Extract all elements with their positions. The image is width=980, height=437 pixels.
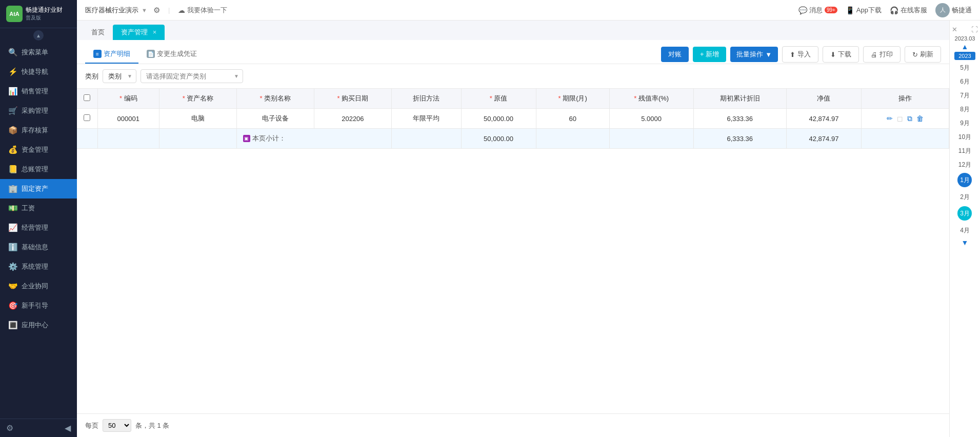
month-item[interactable]: 12月 [952,158,977,172]
scroll-down-arrow[interactable]: ▼ [962,239,969,247]
right-panel-header: ✕ ⛶ [950,25,980,34]
month-item[interactable]: 6月 [952,75,977,89]
download-btn[interactable]: ⬇ 下载 [823,46,859,63]
user-menu[interactable]: 人 畅捷通 [935,3,972,17]
collapse-icon[interactable]: ◀ [65,423,71,433]
apps-icon: 🔳 [8,321,17,330]
month-item[interactable]: 2月 [952,190,977,204]
download-icon: 📱 [846,6,854,14]
sidebar-item-funds[interactable]: 💰资金管理 [0,140,77,160]
tab-home[interactable]: 首页 [85,25,111,40]
month-list: 20235月6月7月8月9月10月11月12月1月2月3月4月 [952,51,977,239]
print-btn[interactable]: 🖨 打印 [863,46,901,63]
guide-icon: 🎯 [8,301,17,310]
message-badge: 99+ [825,7,837,13]
sidebar-item-ledger[interactable]: 📒总账管理 [0,160,77,179]
delete-icon[interactable]: 🗑 [916,114,924,123]
sub-tab-voucher[interactable]: 📄 变更生成凭证 [138,45,205,64]
sidebar-item-search[interactable]: 🔍搜索菜单 [0,43,77,62]
page-size-select[interactable]: 50 10 20 100 [103,419,131,432]
sidebar-item-inventory[interactable]: 📦库存核算 [0,121,77,140]
month-item[interactable]: 4月 [952,224,977,237]
message-icon: 💬 [798,6,807,14]
sidebar-item-payroll[interactable]: 💵工资 [0,198,77,218]
refresh-btn[interactable]: ↻ 刷新 [905,46,941,63]
cell-initial-accumulated: 6,333.36 [693,109,786,129]
right-panel-expand-icon[interactable]: ⛶ [971,26,978,33]
app-download-btn[interactable]: 📱 App下载 [846,6,882,15]
sidebar-item-fixed-assets[interactable]: 🏢固定资产 [0,179,77,198]
reconcile-btn[interactable]: 对账 [661,47,689,62]
th-original-value: 原值 [461,89,536,109]
sidebar: AtA 畅捷通好业财 普及版 ▲ 🔍搜索菜单⚡快捷导航📊销售管理🛒采购管理📦库存… [0,0,77,437]
month-item[interactable]: 8月 [952,103,977,116]
year-label: 2023.03 [954,34,976,43]
th-code: 编码 [97,89,159,109]
settings-icon[interactable]: ⚙ [6,423,13,433]
settings-gear-icon[interactable]: ⚙ [153,6,160,15]
copy-icon[interactable]: ◻ [897,114,903,123]
month-item[interactable]: 7月 [952,89,977,103]
sidebar-item-label: 应用中心 [22,321,48,330]
sub-tab-asset-detail[interactable]: ≡ 资产明细 [85,45,138,64]
sidebar-item-quick-nav[interactable]: ⚡快捷导航 [0,62,77,82]
sidebar-item-operations[interactable]: 📈经营管理 [0,218,77,237]
month-item[interactable]: 1月 [957,173,972,187]
row-checkbox-cell [77,109,97,129]
sidebar-item-label: 库存核算 [22,126,48,135]
category-type-select[interactable]: 类别 [103,69,136,83]
sidebar-item-apps[interactable]: 🔳应用中心 [0,315,77,335]
batch-btn[interactable]: 批量操作 ▼ [730,47,778,62]
scroll-up-arrow[interactable]: ▲ [962,43,969,51]
logo-icon: AtA [6,6,23,22]
tab-bar: 首页 资产管理 × [77,21,949,40]
asset-table: 编码 资产名称 类别名称 购买日期 折旧方法 原值 期限(月) 残值率(%) 期… [77,89,949,149]
sidebar-item-enterprise[interactable]: 🤝企业协同 [0,276,77,296]
month-item[interactable]: 10月 [952,130,977,144]
th-actions: 操作 [861,89,949,109]
select-all-checkbox[interactable] [84,94,90,101]
right-panel-close-icon[interactable]: ✕ [952,26,957,33]
online-service-btn[interactable]: 🎧 在线客服 [890,6,927,15]
sidebar-item-label: 系统管理 [22,262,48,271]
month-item[interactable]: 11月 [952,144,977,158]
month-item[interactable]: 3月 [957,206,972,221]
export-btn[interactable]: ⬆ 导入 [782,46,818,63]
top-bar-right: 💬 消息 99+ 📱 App下载 🎧 在线客服 人 畅捷通 [798,3,972,17]
row-checkbox[interactable] [84,114,90,121]
sidebar-item-label: 固定资产 [22,184,48,193]
payroll-icon: 💵 [8,204,17,213]
cell-code: 000001 [97,109,159,129]
service-icon: 🎧 [890,6,898,14]
sidebar-item-system[interactable]: ⚙️系统管理 [0,257,77,276]
month-item[interactable]: 9月 [952,116,977,130]
sidebar-item-guide[interactable]: 🎯新手引导 [0,296,77,315]
experience-btn[interactable]: ☁ 我要体验一下 [178,6,227,15]
scroll-up-btn[interactable]: ▲ [33,30,44,41]
enterprise-icon: 🤝 [8,282,17,291]
category-input[interactable] [141,69,243,83]
batch-arrow-icon: ▼ [765,51,772,58]
sub-tabs: ≡ 资产明细 📄 变更生成凭证 对账 + 新增 批量操作 ▼ [77,40,949,64]
tab-asset-management[interactable]: 资产管理 × [113,25,165,40]
system-icon: ⚙️ [8,262,17,271]
company-selector[interactable]: 医疗器械行业演示 ▼ [85,6,147,15]
sub-tab-asset-label: 资产明细 [104,49,130,58]
subtotal-net-value: 42,874.97 [786,129,861,149]
sidebar-item-label: 搜索菜单 [22,48,48,57]
sidebar-item-label: 资金管理 [22,145,48,154]
th-depreciation: 折旧方法 [391,89,461,109]
purchase-icon: 🛒 [8,106,17,115]
sub-tab-voucher-label: 变更生成凭证 [157,49,197,58]
tab-close-icon[interactable]: × [153,28,157,36]
duplicate-icon[interactable]: ⧉ [907,114,912,123]
sidebar-item-sales[interactable]: 📊销售管理 [0,82,77,101]
edit-icon[interactable]: ✏ [887,114,893,123]
month-item[interactable]: 5月 [952,61,977,75]
sidebar-item-basic-info[interactable]: ℹ️基础信息 [0,237,77,257]
messages-btn[interactable]: 💬 消息 99+ [798,6,837,15]
sidebar-item-purchase[interactable]: 🛒采购管理 [0,101,77,121]
new-btn[interactable]: + 新增 [693,47,726,62]
main-wrapper: 医疗器械行业演示 ▼ ⚙ | ☁ 我要体验一下 💬 消息 99+ 📱 App下载… [77,0,980,437]
sidebar-nav: 🔍搜索菜单⚡快捷导航📊销售管理🛒采购管理📦库存核算💰资金管理📒总账管理🏢固定资产… [0,43,77,419]
